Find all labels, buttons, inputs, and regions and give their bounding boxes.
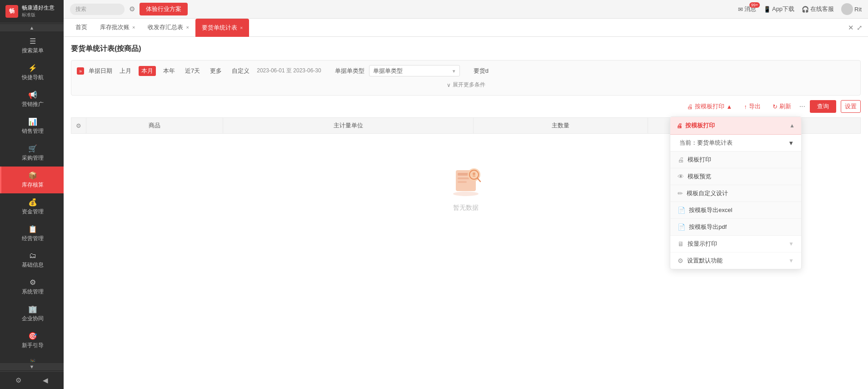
sidebar-item-inventory[interactable]: 📦 库存核算 [0,167,64,193]
table-header-quantity: 主数量 [473,118,648,134]
tab-inventory-batch[interactable]: 库存批次账 × [94,19,141,37]
sidebar-scroll-down[interactable]: ▼ [0,363,64,370]
sidebar-scroll-controls: ▲ [0,23,64,32]
date-btn-more[interactable]: 更多 [207,66,224,76]
dropdown-item-pdf-label: 按模板导出pdf [689,223,727,231]
sidebar-item-label: 销售管理 [22,127,44,135]
tab-summary-label: 收发存汇总表 [148,23,183,31]
display-print-icon: 🖥 [678,240,684,248]
dropdown-item-print[interactable]: 🖨 模板打印 [670,152,801,168]
topbar-search[interactable]: 搜索 [70,4,125,15]
excel-icon: 📄 [678,207,685,214]
sidebar-item-newbie[interactable]: 🎯 新手引导 [0,327,64,354]
user-avatar-area[interactable]: Rit [841,3,862,15]
app-icon: 📱 [763,6,771,13]
sidebar-item-search[interactable]: ☰ 搜索菜单 [0,32,64,59]
app-download-label: App下载 [772,5,794,13]
sidebar-item-marketing[interactable]: 📢 营销推广 [0,86,64,113]
tab-order-stats[interactable]: 要货单统计表 × [195,19,249,37]
table-header-unit: 主计量单位 [223,118,474,134]
sidebar-item-quick-nav[interactable]: ⚡ 快捷导航 [0,59,64,86]
main-area: 搜索 ⚙ 体验行业方案 ✉ 消息 99+ 📱 App下载 🎧 在线客服 Rit [64,0,868,389]
sidebar-item-label: 企业协同 [22,315,44,323]
dropdown-title: 🖨 按模板打印 [677,121,715,130]
sidebar-item-label: 经营管理 [22,235,44,242]
table-header-settings[interactable]: ⚙ [71,118,86,134]
tab-inventory-batch-close[interactable]: × [132,25,135,30]
sidebar-scroll-up[interactable]: ▲ [0,24,64,31]
dropdown-item-default-func[interactable]: ⚙ 设置默认功能 ▼ [670,253,801,269]
tabs-bar: 首页 库存批次账 × 收发存汇总表 × 要货单统计表 × ✕ ⤢ [64,19,868,37]
dropdown-item-export-pdf[interactable]: 📄 按模板导出pdf [670,219,801,236]
dropdown-item-display-print[interactable]: 🖥 按显示打印 ▼ [670,236,801,253]
refresh-button[interactable]: ↻ 刷新 [769,101,795,112]
newbie-icon: 🎯 [28,332,37,340]
more-options-icon[interactable]: ··· [799,102,805,111]
tab-inventory-batch-label: 库存批次账 [100,23,130,31]
empty-text: 暂无数据 [453,204,479,212]
sidebar-item-purchase[interactable]: 🛒 采购管理 [0,140,64,167]
sidebar-item-basic[interactable]: 🗂 基础信息 [0,247,64,273]
app-download-button[interactable]: 📱 App下载 [763,5,794,13]
operations-icon: 📋 [28,225,37,233]
dropdown-item-design-label: 模板自定义设计 [687,189,728,197]
date-range: 2023-06-01 至 2023-06-30 [257,67,321,75]
trial-button[interactable]: 体验行业方案 [140,3,188,15]
tab-summary-close[interactable]: × [186,25,189,30]
sidebar-item-label: 系统管理 [22,288,44,296]
sidebar-item-operations[interactable]: 📋 经营管理 [0,220,64,247]
dropdown-collapse-icon[interactable]: ▲ [789,122,795,129]
dropdown-item-design[interactable]: ✏ 模板自定义设计 [670,185,801,202]
sidebar-item-enterprise[interactable]: 🏢 企业协同 [0,300,64,327]
table-settings-gear-icon[interactable]: ⚙ [76,122,81,129]
tab-order-stats-label: 要货单统计表 [202,24,237,32]
date-btn-this-month[interactable]: 本月 [139,66,156,76]
tab-summary[interactable]: 收发存汇总表 × [141,19,195,37]
page-title: 要货单统计表(按商品) [71,44,861,54]
messages-button[interactable]: ✉ 消息 99+ [738,5,756,13]
dropdown-item-export-excel[interactable]: 📄 按模板导出excel [670,202,801,219]
sidebar-item-label: 资金管理 [22,208,44,216]
expand-more-btn[interactable]: ∨ 展开更多条件 [442,79,490,91]
sidebar-item-label: 快捷导航 [22,74,44,81]
date-btn-7days[interactable]: 近7天 [182,66,203,76]
dropdown-item-preview[interactable]: 👁 模板预览 [670,168,801,185]
sidebar-item-system[interactable]: ⚙ 系统管理 [0,273,64,300]
type-select-wrapper: 单据单类型 [369,65,460,76]
print-template-button[interactable]: 🖨 按模板打印 ▲ [683,101,736,112]
yaohuo-label: 要货d [474,67,489,75]
expand-filter-icon[interactable]: » [77,67,84,75]
type-select[interactable]: 单据单类型 [369,65,460,76]
dropdown-current[interactable]: 当前：要货单统计表 ▼ [670,135,801,152]
online-service-button[interactable]: 🎧 在线客服 [802,5,834,13]
sidebar-item-label: 新手引导 [22,342,44,349]
date-btn-custom[interactable]: 自定义 [229,66,252,76]
service-icon: 🎧 [802,6,809,13]
export-button[interactable]: ↑ 导出 [740,101,764,112]
dropdown-item-excel-label: 按模板导出excel [689,206,732,214]
query-button[interactable]: 查询 [810,100,836,113]
marketing-icon: 📢 [28,91,37,99]
settings-button[interactable]: 设置 [841,100,861,113]
inventory-icon: 📦 [28,171,37,180]
sidebar-item-sales[interactable]: 📊 销售管理 [0,113,64,140]
system-icon: ⚙ [30,278,36,287]
date-btn-this-year[interactable]: 本年 [160,66,178,76]
dropdown-header: 🖨 按模板打印 ▲ [670,117,801,135]
topbar-gear-icon[interactable]: ⚙ [129,5,135,13]
page-content: 要货单统计表(按商品) » 单据日期 上月 本月 本年 近7天 更多 自定义 2… [64,37,868,389]
tab-close-all-button[interactable]: ✕ [848,24,854,32]
sidebar-item-finance[interactable]: 💰 资金管理 [0,193,64,220]
sidebar-item-appstore[interactable]: 📱 应用中心 [0,354,64,362]
collapse-sidebar-icon[interactable]: ◀ [43,376,48,384]
tab-maximize-button[interactable]: ⤢ [857,24,863,32]
export-label: 导出 [749,102,761,111]
dropdown-print-icon: 🖨 [677,122,683,129]
dropdown-title-label: 按模板打印 [685,121,715,130]
settings-icon[interactable]: ⚙ [15,376,21,384]
refresh-icon: ↻ [773,103,778,110]
date-btn-last-month[interactable]: 上月 [117,66,134,76]
tab-home[interactable]: 首页 [69,19,94,37]
tab-order-stats-close[interactable]: × [240,25,243,30]
dropdown-item-print-label: 模板打印 [688,156,711,164]
